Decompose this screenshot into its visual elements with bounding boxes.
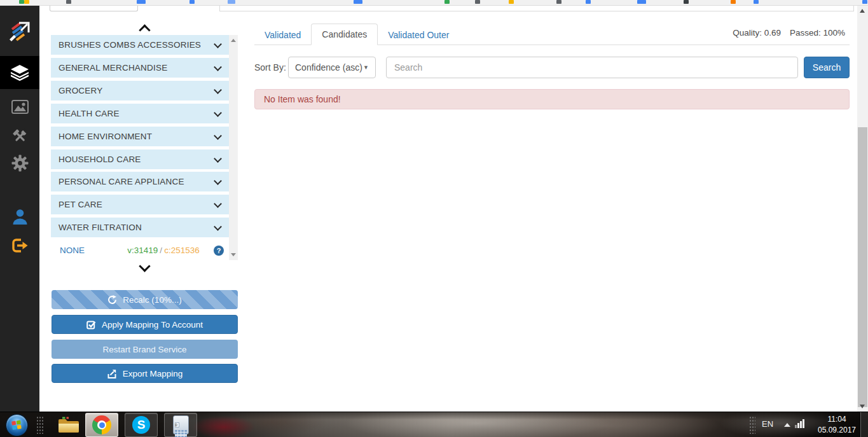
export-mapping-button[interactable]: Export Mapping [52,364,238,383]
cropped-header-element [50,6,138,11]
scrollbar-up-arrow-icon[interactable] [231,39,236,42]
chevron-up-icon [139,24,150,36]
sidebar-item-images[interactable] [0,96,39,118]
bookmark-favicon[interactable] [862,0,867,4]
category-row[interactable]: PERSONAL CARE APPLIANCE [51,172,229,191]
checkbox-check-icon [86,320,96,329]
validated-count: v:31419 [127,246,158,255]
layers-icon [11,65,29,81]
taskbar-file-explorer-button[interactable] [52,413,85,437]
scroll-up-button[interactable] [51,24,238,32]
sidebar-item-logout[interactable] [0,235,39,256]
category-row[interactable]: WATER FILTRATION [51,218,229,237]
bookmark-favicon[interactable] [475,0,480,4]
language-indicator[interactable]: EN [762,419,773,429]
chevron-down-icon [214,155,222,163]
app-logo[interactable] [0,16,39,48]
export-mapping-label: Export Mapping [123,369,183,378]
tray-separator [749,416,755,434]
tab-validated[interactable]: Validated [254,25,311,45]
logout-icon [10,237,29,254]
category-row[interactable]: GENERAL MERCHANDISE [51,58,229,78]
chrome-icon [92,415,111,434]
help-icon[interactable]: ? [214,246,224,256]
chevron-down-icon [214,200,222,208]
bookmark-favicon[interactable] [66,0,71,4]
none-label: NONE [60,246,113,255]
sidebar-item-user[interactable] [0,205,39,227]
calculator-keys [175,430,187,437]
bookmark-favicon[interactable] [228,0,235,4]
scrollbar-down-arrow-icon[interactable] [231,253,236,256]
taskbar-clock[interactable]: 11:04 05.09.2017 [816,414,858,436]
sidebar-item-tools[interactable] [0,125,39,147]
bookmark-favicon[interactable] [754,0,759,4]
bookmark-favicon[interactable] [731,0,736,4]
category-row[interactable]: PET CARE [51,195,229,214]
category-row[interactable]: HOUSEHOLD CARE [51,149,229,169]
restart-label: Restart Brand Service [102,345,186,354]
windows-taskbar: S 0 EN 11:04 05.09.2017 [0,412,868,437]
chevron-down-icon [214,223,222,231]
taskbar-chrome-button[interactable] [85,413,118,437]
tools-icon [11,128,29,145]
bookmark-favicon[interactable] [19,0,24,4]
bookmark-favicon[interactable] [189,0,195,4]
browser-scrollbar[interactable] [857,6,868,412]
search-button[interactable]: Search [804,57,850,78]
bookmark-favicon[interactable] [586,0,591,4]
taskbar-calculator-button[interactable]: 0 [164,413,197,437]
bookmark-favicon[interactable] [444,0,450,4]
skype-icon: S [132,416,150,434]
bookmark-favicon[interactable] [556,0,561,4]
sidebar-item-settings[interactable] [0,152,39,174]
show-desktop-button[interactable] [860,412,868,437]
user-icon [11,208,29,225]
sidebar-item-mappings[interactable] [0,62,39,83]
scrollbar-thumb[interactable] [858,127,867,407]
browser-bookmarks-bar[interactable] [0,0,868,6]
refresh-icon [107,295,117,305]
category-label: GENERAL MERCHANDISE [59,63,167,73]
chevron-down-icon [139,260,150,272]
category-label: PET CARE [59,200,102,209]
image-icon [11,100,29,114]
scroll-down-button[interactable] [51,263,238,272]
export-icon [107,369,117,378]
recalc-button[interactable]: Recalc (10%...) [52,290,238,309]
taskbar-skype-button[interactable]: S [125,413,158,437]
bookmark-favicon[interactable] [137,0,146,4]
category-row[interactable]: BRUSHES COMBS ACCESSORIES [51,35,229,55]
scrollbar-up-arrow-icon[interactable] [860,9,865,13]
bookmark-favicon[interactable] [509,0,514,4]
bookmark-favicon[interactable] [684,0,689,4]
category-row[interactable]: HEALTH CARE [51,104,229,123]
bookmark-favicon[interactable] [637,0,646,4]
cropped-header-element [219,6,854,11]
app-sidebar [0,6,39,412]
bookmark-favicon[interactable] [354,0,362,4]
apply-mapping-button[interactable]: Apply Mapping To Account [52,315,238,334]
chevron-down-icon [214,40,222,48]
panel-scrollbar[interactable] [229,35,238,260]
category-row[interactable]: GROCERY [51,81,229,101]
scrollbar-down-arrow-icon[interactable] [860,405,865,408]
tab-candidates[interactable]: Candidates [311,24,378,45]
start-button[interactable] [6,414,28,436]
category-row-none[interactable]: NONE v:31419/c:251536 ? [51,240,229,260]
bookmark-favicon[interactable] [24,0,29,4]
app-logo-icon [8,20,32,44]
chevron-down-icon [214,109,222,117]
sort-select-value: Confidence (asc) [295,62,362,73]
search-input[interactable] [386,57,798,78]
tray-expand-icon[interactable] [784,423,790,427]
tab-validated-outer[interactable]: Validated Outer [378,25,459,45]
recalc-label: Recalc (10%...) [123,295,181,305]
category-label: HOME ENVIRONMENT [59,132,152,141]
chevron-down-icon [214,63,222,71]
network-signal-icon[interactable] [795,419,804,428]
category-list: BRUSHES COMBS ACCESSORIES GENERAL MERCHA… [51,35,238,260]
sort-select[interactable]: Confidence (asc) ▼ [288,57,376,78]
restart-brand-service-button[interactable]: Restart Brand Service [52,340,238,359]
category-row[interactable]: HOME ENVIRONMENT [51,127,229,146]
